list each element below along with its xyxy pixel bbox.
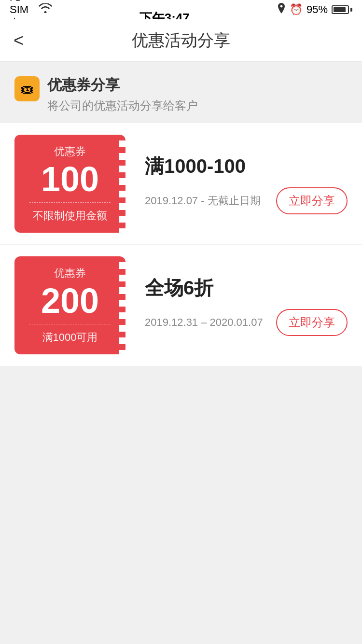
section-icon: 🎟 [14, 76, 40, 101]
coupon-divider-1 [29, 202, 111, 203]
coupon-icon: 🎟 [20, 81, 34, 97]
empty-area [0, 366, 362, 631]
section-subtitle: 将公司的优惠活动分享给客户 [47, 98, 198, 113]
coupon-left-2: 优惠券 200 满1000可用 [14, 256, 125, 354]
status-right: ⏰ 95% [277, 3, 352, 16]
coupon-condition-2: 满1000可用 [42, 330, 98, 345]
coupon-right-1: 满1000-100 2019.12.07 - 无截止日期 立即分享 [125, 135, 348, 233]
battery-text: 95% [306, 3, 328, 16]
coupon-card-2: 优惠券 200 满1000可用 全场6折 2019.12.31 – 2020.0… [0, 245, 362, 366]
share-button-2[interactable]: 立即分享 [276, 309, 348, 336]
coupon-name-1: 满1000-100 [145, 153, 348, 180]
coupon-card: 优惠券 100 不限制使用金额 满1000-100 2019.12.07 - 无… [0, 123, 362, 245]
nav-bar: < 优惠活动分享 [0, 19, 362, 62]
location-icon [277, 3, 286, 16]
coupon-name-2: 全场6折 [145, 275, 348, 301]
coupon-list: 优惠券 100 不限制使用金额 满1000-100 2019.12.07 - 无… [0, 123, 362, 366]
page-title: 优惠活动分享 [132, 29, 230, 52]
section-text: 优惠券分享 将公司的优惠活动分享给客户 [47, 75, 198, 113]
coupon-date-2: 2019.12.31 – 2020.01.07 [145, 316, 271, 329]
coupon-label-1: 优惠券 [54, 144, 86, 159]
section-header: 🎟 优惠券分享 将公司的优惠活动分享给客户 [0, 62, 362, 123]
alarm-icon: ⏰ [290, 3, 303, 16]
coupon-date-1: 2019.12.07 - 无截止日期 [145, 194, 271, 208]
status-bar: 无 SIM 卡 下午3:47 ⏰ 95% [0, 0, 362, 19]
coupon-right-2: 全场6折 2019.12.31 – 2020.01.07 立即分享 [125, 256, 348, 354]
coupon-amount-2: 200 [41, 283, 99, 318]
coupon-left-1: 优惠券 100 不限制使用金额 [14, 135, 125, 233]
coupon-label-2: 优惠券 [54, 266, 86, 280]
coupon-divider-2 [29, 324, 111, 324]
coupon-amount-1: 100 [41, 162, 99, 196]
share-button-1[interactable]: 立即分享 [276, 187, 348, 214]
section-title: 优惠券分享 [47, 75, 198, 95]
coupon-condition-1: 不限制使用金额 [33, 209, 107, 223]
coupon-meta-2: 2019.12.31 – 2020.01.07 立即分享 [145, 309, 348, 336]
back-button[interactable]: < [14, 30, 24, 51]
coupon-meta-1: 2019.12.07 - 无截止日期 立即分享 [145, 187, 348, 214]
battery-icon [332, 5, 352, 14]
wifi-icon [39, 3, 52, 16]
